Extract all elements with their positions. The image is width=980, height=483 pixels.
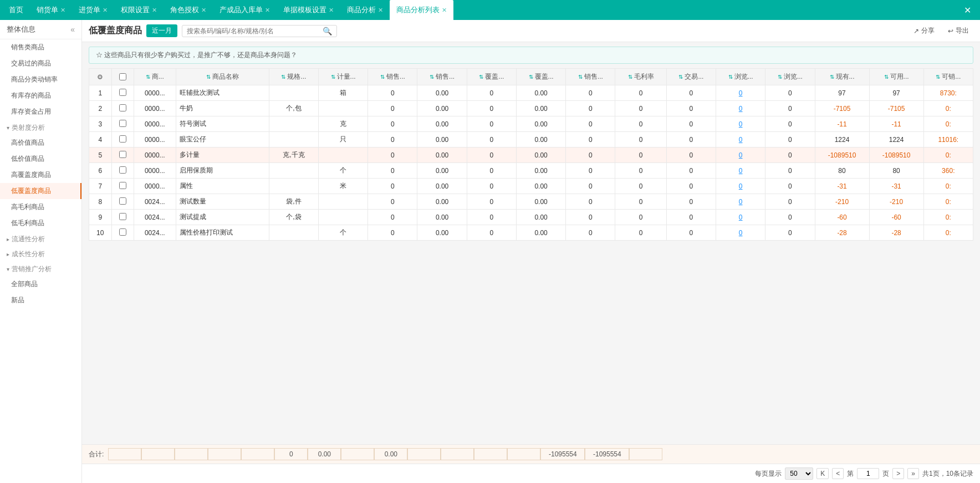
nav-product-inbound[interactable]: 产成品入库单 ✕	[213, 0, 277, 20]
sidebar-section-coverage-analysis[interactable]: ▾ 类射度分析	[0, 120, 81, 135]
row-select-checkbox[interactable]	[119, 228, 126, 236]
col-settings[interactable]: ⚙	[89, 69, 112, 85]
row-select-checkbox[interactable]	[119, 182, 126, 189]
col-stock2[interactable]: ⇅可用...	[869, 69, 923, 85]
row-checkbox[interactable]	[111, 148, 134, 163]
row-view1[interactable]: 0	[716, 116, 765, 132]
col-sales2[interactable]: ⇅销售...	[417, 69, 467, 85]
nav-permission[interactable]: 权限设置 ✕	[114, 0, 164, 20]
sidebar-item-stocked-products[interactable]: 有库存的商品	[0, 88, 81, 104]
row-select-checkbox[interactable]	[119, 151, 126, 158]
col-sales3[interactable]: ⇅销售...	[566, 69, 615, 85]
row-checkbox[interactable]	[111, 225, 134, 241]
row-checkbox[interactable]	[111, 210, 134, 225]
row-view1[interactable]: 0	[716, 194, 765, 210]
row-select-checkbox[interactable]	[119, 213, 126, 220]
col-cover1[interactable]: ⇅覆盖...	[467, 69, 516, 85]
close-icon[interactable]: ✕	[265, 0, 270, 20]
close-icon[interactable]: ✕	[60, 0, 65, 20]
col-view1[interactable]: ⇅浏览...	[716, 69, 765, 85]
row-stock1: -1089510	[815, 148, 869, 163]
row-checkbox[interactable]	[111, 132, 134, 148]
col-stock3[interactable]: ⇅可销...	[923, 69, 973, 85]
col-sales1[interactable]: ⇅销售...	[368, 69, 417, 85]
col-spec[interactable]: ⇅规格...	[269, 69, 318, 85]
close-icon[interactable]: ✕	[442, 0, 447, 20]
row-select-checkbox[interactable]	[119, 120, 126, 127]
row-view1[interactable]: 0	[716, 225, 765, 241]
col-gross[interactable]: ⇅毛利率	[615, 69, 666, 85]
col-trade[interactable]: ⇅交易...	[666, 69, 716, 85]
row-view1[interactable]: 0	[716, 85, 765, 101]
sidebar-item-traded-products[interactable]: 交易过的商品	[0, 55, 81, 72]
close-icon[interactable]: ✕	[378, 0, 383, 20]
col-view2[interactable]: ⇅浏览...	[765, 69, 815, 85]
sidebar-item-high-value[interactable]: 高价值商品	[0, 135, 81, 151]
close-icon[interactable]: ✕	[103, 0, 108, 20]
close-icon[interactable]: ✕	[201, 0, 206, 20]
nav-purchase[interactable]: 进货单 ✕	[72, 0, 114, 20]
row-view1[interactable]: 0	[716, 148, 765, 163]
nav-role[interactable]: 角色授权 ✕	[164, 0, 213, 20]
current-page-input[interactable]	[857, 468, 879, 479]
row-select-checkbox[interactable]	[119, 197, 126, 205]
row-checkbox[interactable]	[111, 179, 134, 194]
nav-template[interactable]: 单据模板设置 ✕	[277, 0, 340, 20]
close-icon[interactable]: ✕	[329, 0, 334, 20]
row-trade: 0	[666, 210, 716, 225]
sidebar-toggle-button[interactable]: «	[70, 25, 75, 34]
col-code[interactable]: ⇅商...	[134, 69, 176, 85]
nav-product-analysis-list[interactable]: 商品分析列表 ✕	[390, 0, 453, 20]
row-checkbox[interactable]	[111, 194, 134, 210]
sidebar-item-all-products[interactable]: 全部商品	[0, 276, 81, 292]
sidebar-item-stock-capital[interactable]: 库存资金占用	[0, 104, 81, 120]
row-checkbox[interactable]	[111, 163, 134, 179]
col-stock1[interactable]: ⇅现有...	[815, 69, 869, 85]
nav-home[interactable]: 首页	[2, 0, 30, 20]
sidebar-item-low-coverage[interactable]: 低覆盖度商品	[0, 183, 81, 199]
sidebar-item-high-margin[interactable]: 高毛利商品	[0, 199, 81, 215]
close-icon[interactable]: ✕	[152, 0, 157, 20]
sidebar-item-sales-products[interactable]: 销售类商品	[0, 39, 81, 55]
sidebar-section-liquidity[interactable]: ▸ 流通性分析	[0, 231, 81, 246]
row-cover2: 0.00	[516, 116, 565, 132]
row-checkbox[interactable]	[111, 116, 134, 132]
nav-sales[interactable]: 销货单 ✕	[30, 0, 72, 20]
row-checkbox[interactable]	[111, 101, 134, 116]
sidebar-section-growth[interactable]: ▸ 成长性分析	[0, 246, 81, 261]
col-checkbox[interactable]	[111, 69, 134, 85]
footer-cover2: 0.00	[374, 448, 407, 460]
sidebar-item-category-rate[interactable]: 商品分类动销率	[0, 72, 81, 88]
search-input[interactable]	[187, 27, 320, 35]
row-view1[interactable]: 0	[716, 132, 765, 148]
col-cover2[interactable]: ⇅覆盖...	[516, 69, 565, 85]
row-select-checkbox[interactable]	[119, 135, 126, 143]
row-view1[interactable]: 0	[716, 210, 765, 225]
table-container[interactable]: ⚙ ⇅商... ⇅商品名称 ⇅规格... ⇅计量... ⇅销售... ⇅销售..…	[82, 68, 980, 444]
select-all-checkbox[interactable]	[119, 73, 126, 80]
row-select-checkbox[interactable]	[119, 89, 126, 96]
first-page-button[interactable]: K	[816, 468, 829, 479]
col-unit[interactable]: ⇅计量...	[318, 69, 368, 85]
sidebar-item-low-value[interactable]: 低价值商品	[0, 151, 81, 167]
nav-product-analysis[interactable]: 商品分析 ✕	[340, 0, 390, 20]
row-checkbox[interactable]	[111, 85, 134, 101]
next-page-button[interactable]: >	[892, 468, 904, 479]
row-view1[interactable]: 0	[716, 179, 765, 194]
sidebar-section-marketing[interactable]: ▾ 营销推广分析	[0, 261, 81, 276]
export-button[interactable]: ↩ 导出	[943, 24, 973, 37]
row-view1[interactable]: 0	[716, 163, 765, 179]
prev-page-button[interactable]: <	[832, 468, 844, 479]
sidebar-item-high-coverage[interactable]: 高覆盖度商品	[0, 167, 81, 183]
share-button[interactable]: ↗ 分享	[909, 24, 939, 37]
window-close-button[interactable]: ✕	[957, 5, 978, 16]
time-filter-button[interactable]: 近一月	[146, 24, 177, 37]
sidebar-item-new-products[interactable]: 新品	[0, 292, 81, 308]
per-page-select[interactable]: 50 20 100	[785, 467, 813, 480]
col-name[interactable]: ⇅商品名称	[176, 69, 269, 85]
row-view1[interactable]: 0	[716, 101, 765, 116]
last-page-button[interactable]: »	[907, 468, 919, 479]
sidebar-item-low-margin[interactable]: 低毛利商品	[0, 215, 81, 231]
row-select-checkbox[interactable]	[119, 104, 126, 111]
row-select-checkbox[interactable]	[119, 166, 126, 174]
